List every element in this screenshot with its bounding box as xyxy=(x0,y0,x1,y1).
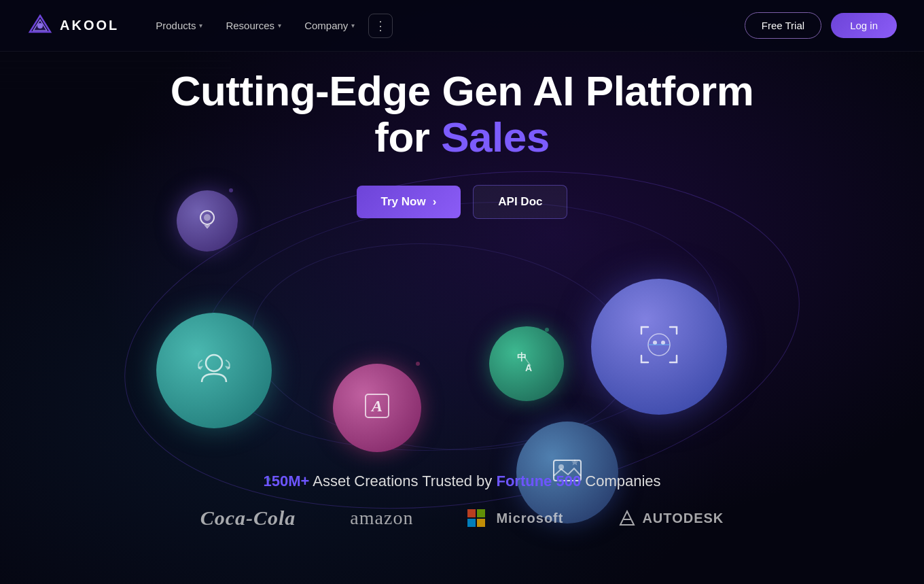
hero-title-line1: Cutting-Edge Gen AI Platform xyxy=(171,68,754,114)
navbar: AKOOL Products ▾ Resources ▾ Company ▾ ⋮… xyxy=(0,0,924,52)
hero-buttons: Try Now › API Doc xyxy=(357,185,568,219)
face-scan-icon xyxy=(635,320,683,374)
sphere-avatar xyxy=(156,313,272,428)
brand-coca-cola: Coca-Cola xyxy=(200,506,296,530)
sphere-face-scan xyxy=(591,279,727,415)
translate-icon: 中 A xyxy=(512,347,541,381)
sphere-translate: 中 A xyxy=(489,326,564,401)
hero-title-sales: Sales xyxy=(441,114,550,160)
chevron-down-icon: ▾ xyxy=(278,22,281,29)
stats-section: 150M+ Asset Creations Trusted by Fortune… xyxy=(0,473,924,530)
logo[interactable]: AKOOL xyxy=(27,13,119,39)
svg-text:A: A xyxy=(525,362,532,373)
brand-logos: Coca-Cola amazon Microsoft AUTODESK xyxy=(200,506,724,530)
nav-company[interactable]: Company ▾ xyxy=(295,14,364,37)
login-button[interactable]: Log in xyxy=(831,13,897,38)
svg-text:中: 中 xyxy=(517,351,527,362)
autodesk-icon xyxy=(618,509,637,528)
stats-count: 150M+ xyxy=(263,473,309,489)
nav-links: Products ▾ Resources ▾ Company ▾ ⋮ xyxy=(146,14,745,38)
chevron-down-icon: ▾ xyxy=(199,22,202,29)
nav-resources[interactable]: Resources ▾ xyxy=(216,14,291,37)
logo-icon xyxy=(27,13,53,39)
nav-actions: Free Trial Log in xyxy=(745,12,897,39)
hero-title-line2: for Sales xyxy=(374,114,549,160)
api-doc-button[interactable]: API Doc xyxy=(473,185,567,219)
hero-title-for: for xyxy=(374,114,441,160)
svg-point-2 xyxy=(37,23,43,29)
avatar-swap-icon xyxy=(194,348,234,394)
logo-text: AKOOL xyxy=(60,18,119,33)
stats-fortune: Fortune 500 xyxy=(496,473,581,489)
svg-point-23 xyxy=(206,355,222,371)
svg-point-31 xyxy=(661,341,665,345)
chevron-down-icon: ▾ xyxy=(351,22,355,29)
brand-microsoft: Microsoft xyxy=(467,509,563,527)
arrow-right-icon: › xyxy=(433,195,437,209)
stats-text: 150M+ Asset Creations Trusted by Fortune… xyxy=(263,473,660,490)
free-trial-button[interactable]: Free Trial xyxy=(745,12,821,39)
text-a-icon: A xyxy=(360,389,394,428)
hero-section: Cutting-Edge Gen AI Platform for Sales T… xyxy=(0,68,924,219)
brand-amazon: amazon xyxy=(350,507,413,529)
svg-point-17 xyxy=(416,362,420,366)
try-now-button[interactable]: Try Now › xyxy=(357,186,461,218)
microsoft-grid-icon xyxy=(467,509,485,527)
brand-autodesk: AUTODESK xyxy=(618,509,724,528)
sphere-text-a: A xyxy=(333,364,421,452)
svg-text:A: A xyxy=(370,397,383,415)
nav-products[interactable]: Products ▾ xyxy=(146,14,212,37)
svg-point-30 xyxy=(653,341,657,345)
more-options-button[interactable]: ⋮ xyxy=(368,14,393,38)
